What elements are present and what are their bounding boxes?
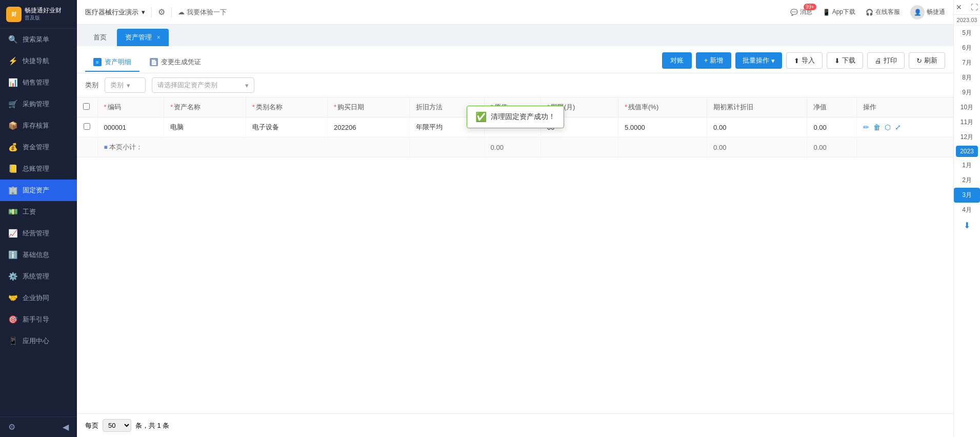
company-name: 医疗器械行业演示 <box>85 8 138 17</box>
th-net-value: 净值 <box>807 97 857 117</box>
total-label: 条，共 1 条 <box>135 421 169 430</box>
month-12[interactable]: 12月 <box>954 130 980 145</box>
month-10[interactable]: 10月 <box>954 100 980 115</box>
month-11[interactable]: 11月 <box>954 115 980 130</box>
batch-button[interactable]: 批量操作 ▾ <box>735 52 782 69</box>
sidebar-item-cooperation[interactable]: 🤝 企业协同 <box>0 287 77 309</box>
import-label: 导入 <box>802 56 815 65</box>
th-residual-rate: *残值率(%) <box>618 97 707 117</box>
subtotal-action <box>857 137 953 157</box>
cell-residual-rate: 5.0000 <box>618 117 707 137</box>
copy-icon[interactable]: ⬡ <box>885 123 891 131</box>
experience-button[interactable]: ☁ 我要体验一下 <box>178 8 227 17</box>
subtotal-net-value: 0.00 <box>807 137 857 157</box>
sidebar-item-guide[interactable]: 🎯 新手引导 <box>0 309 77 330</box>
sidebar-item-label: 新手引导 <box>23 315 49 324</box>
main-content: 医疗器械行业演示 ▾ ⚙ ☁ 我要体验一下 💬 消息 99+ 📱 App下载 🎧… <box>77 0 953 437</box>
subtotal-period <box>541 137 618 157</box>
month-3[interactable]: 3月 <box>954 188 980 203</box>
reconcile-button[interactable]: 对账 <box>662 52 692 69</box>
panel-close-icon[interactable]: ✕ <box>956 3 962 11</box>
month-6[interactable]: 6月 <box>954 41 980 55</box>
right-panel: ✕ ⛶ 2023.03 5月 6月 7月 8月 9月 10月 11月 12月 2… <box>953 0 980 437</box>
row-checkbox-cell <box>77 117 97 137</box>
sidebar-item-system[interactable]: ⚙️ 系统管理 <box>0 266 77 287</box>
row-checkbox[interactable] <box>84 123 90 130</box>
guide-icon: 🎯 <box>8 315 17 324</box>
sidebar-item-payroll[interactable]: 💵 工资 <box>0 201 77 223</box>
app-download-label: App下载 <box>832 8 855 16</box>
tab-close-icon[interactable]: × <box>157 34 161 41</box>
user-menu[interactable]: 👤 畅捷通 <box>910 5 945 19</box>
page-content: ≡ 资产明细 📄 变更生成凭证 对账 + 新增 批量操作 ▾ ⬆ <box>77 46 953 437</box>
username: 畅捷通 <box>927 8 945 16</box>
th-checkbox <box>77 97 97 117</box>
purchase-icon: 🛒 <box>8 100 17 109</box>
service-icon: 🎧 <box>866 9 873 16</box>
per-page-select[interactable]: 50 100 <box>103 419 131 432</box>
success-icon: ✅ <box>475 111 487 123</box>
operations-icon: 📈 <box>8 229 17 238</box>
import-button[interactable]: ⬆ 导入 <box>786 52 823 69</box>
select-all-checkbox[interactable] <box>83 103 90 110</box>
download-button[interactable]: ⬇ 下载 <box>827 52 863 69</box>
add-button[interactable]: + 新增 <box>696 52 731 69</box>
collapse-icon[interactable]: ◀ <box>63 422 69 432</box>
basic-info-icon: ℹ️ <box>8 250 17 260</box>
sidebar-item-fixed-assets[interactable]: 🏢 固定资产 <box>0 180 77 201</box>
more-icon[interactable]: ⤢ <box>895 123 901 131</box>
sidebar-item-sales[interactable]: 📊 销售管理 <box>0 72 77 93</box>
topbar-divider2 <box>171 7 172 17</box>
sidebar-item-ledger[interactable]: 📒 总账管理 <box>0 158 77 180</box>
settings-icon[interactable]: ⚙ <box>8 422 15 432</box>
tab-asset-mgmt[interactable]: 资产管理 × <box>117 29 169 46</box>
month-5[interactable]: 5月 <box>954 26 980 41</box>
cell-category: 电子设备 <box>246 117 327 137</box>
tab-home[interactable]: 首页 <box>85 29 115 46</box>
logo-sub: 普及版 <box>25 14 62 22</box>
sub-tab-change-voucher[interactable]: 📄 变更生成凭证 <box>142 53 209 72</box>
sidebar-item-finance[interactable]: 💰 资金管理 <box>0 136 77 158</box>
experience-icon: ☁ <box>178 8 185 16</box>
sidebar-item-search[interactable]: 🔍 搜索菜单 <box>0 29 77 50</box>
refresh-button[interactable]: ↻ 刷新 <box>909 52 945 69</box>
month-8[interactable]: 8月 <box>954 70 980 85</box>
sidebar-item-purchase[interactable]: 🛒 采购管理 <box>0 93 77 115</box>
print-button[interactable]: 🖨 打印 <box>867 52 905 69</box>
sidebar-item-basic-info[interactable]: ℹ️ 基础信息 <box>0 244 77 266</box>
message-button[interactable]: 💬 消息 99+ <box>790 8 812 16</box>
edit-icon[interactable]: ✏ <box>863 123 869 131</box>
settings-gear-icon[interactable]: ⚙ <box>158 7 165 17</box>
company-selector[interactable]: 医疗器械行业演示 ▾ <box>85 8 145 17</box>
sidebar-item-inventory[interactable]: 📦 库存核算 <box>0 115 77 136</box>
month-4[interactable]: 4月 <box>954 203 980 217</box>
app-center-icon: 📱 <box>8 336 17 346</box>
sidebar-item-label: 库存核算 <box>23 121 49 130</box>
filter-row: 类别 类别 ▾ 请选择固定资产类别 ▾ <box>77 73 953 97</box>
panel-expand-icon[interactable]: ⛶ <box>971 3 978 11</box>
scroll-down-icon[interactable]: ⬇ <box>964 221 970 230</box>
month-1[interactable]: 1月 <box>954 158 980 173</box>
avatar-icon: 👤 <box>914 9 922 16</box>
category-value-select[interactable]: 请选择固定资产类别 ▾ <box>152 77 254 93</box>
online-service-button[interactable]: 🎧 在线客服 <box>866 8 900 16</box>
topbar: 医疗器械行业演示 ▾ ⚙ ☁ 我要体验一下 💬 消息 99+ 📱 App下载 🎧… <box>77 0 953 25</box>
batch-dropdown-icon: ▾ <box>771 57 775 65</box>
app-download-button[interactable]: 📱 App下载 <box>823 8 855 16</box>
sidebar-bottom: ⚙ ◀ <box>0 416 77 437</box>
download-icon: 📱 <box>823 9 830 16</box>
month-7[interactable]: 7月 <box>954 55 980 70</box>
sidebar-item-quick-nav[interactable]: ⚡ 快捷导航 <box>0 50 77 72</box>
month-2[interactable]: 2月 <box>954 173 980 188</box>
sidebar-item-label: 系统管理 <box>23 272 49 281</box>
sub-tab-asset-detail[interactable]: ≡ 资产明细 <box>85 53 139 72</box>
sidebar-item-app-center[interactable]: 📱 应用中心 <box>0 330 77 352</box>
delete-icon[interactable]: 🗑 <box>873 123 881 131</box>
sidebar-item-operations[interactable]: 📈 经营管理 <box>0 223 77 244</box>
category-type-select[interactable]: 类别 ▾ <box>105 77 146 93</box>
month-9[interactable]: 9月 <box>954 85 980 100</box>
sub-tabs: ≡ 资产明细 📄 变更生成凭证 对账 + 新增 批量操作 ▾ ⬆ <box>77 46 953 73</box>
download-label: 下载 <box>842 56 855 65</box>
cell-purchase-date: 202206 <box>328 117 409 137</box>
batch-label: 批量操作 <box>743 56 769 65</box>
